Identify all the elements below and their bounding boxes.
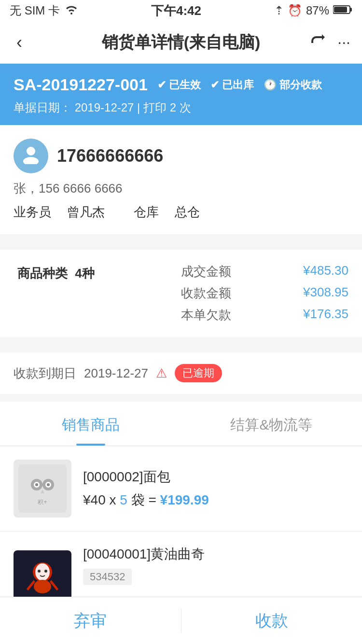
- deal-amount-row: 成交金额 ¥485.30: [181, 263, 348, 280]
- order-date: 2019-12-27: [75, 101, 134, 114]
- tabs-section: 销售商品 结算&物流等: [0, 402, 362, 446]
- deal-amount-value: ¥485.30: [303, 263, 348, 280]
- qty-1: 5: [120, 492, 127, 507]
- status-shipped-label: 已出库: [222, 78, 254, 92]
- svg-rect-6: [18, 464, 67, 513]
- clock-icon: 🕐: [264, 79, 277, 91]
- customer-header: 17666666666: [14, 139, 348, 173]
- product-item: 积+ [0000002]面包 ¥40 x 5 袋 = ¥199.99: [0, 446, 362, 532]
- more-icon[interactable]: ···: [337, 33, 350, 51]
- avatar-icon: [21, 144, 41, 168]
- customer-section: 17666666666 张，156 6666 6666 业务员 曾凡杰 仓库 总…: [0, 125, 362, 234]
- stats-section: 商品种类 4种 成交金额 ¥485.30 收款金额 ¥308.95 本单欠款 ¥…: [0, 250, 362, 337]
- order-id: SA-20191227-001: [14, 75, 148, 94]
- product-sku-2: 534532: [83, 569, 132, 585]
- multiply-1: x: [110, 492, 120, 507]
- nav-right-actions: ···: [311, 33, 350, 52]
- salesperson-label: 业务员: [14, 205, 51, 219]
- warehouse-label: 仓库: [134, 205, 159, 219]
- warehouse-value: 总仓: [175, 205, 200, 219]
- location-icon: ⇡: [274, 4, 284, 17]
- alarm-icon: ⏰: [288, 4, 302, 17]
- deal-amount-label: 成交金额: [181, 263, 231, 280]
- header-date-row: 单据日期： 2019-12-27 | 打印 2 次: [14, 100, 348, 115]
- status-active-label: 已生效: [169, 78, 201, 92]
- customer-avatar: [14, 139, 48, 173]
- product-price-1: ¥40 x 5 袋 = ¥199.99: [83, 491, 348, 509]
- status-shipped: ✔ 已出库: [210, 78, 254, 92]
- page-title: 销货单详情(来自电脑): [102, 31, 261, 54]
- check-icon-2: ✔: [210, 79, 219, 91]
- due-date-value: 2019-12-27: [84, 366, 148, 381]
- collection-label: 收款金额: [181, 285, 231, 302]
- overdue-icon: ⚠: [156, 366, 167, 381]
- svg-point-17: [35, 563, 50, 581]
- svg-point-11: [35, 483, 38, 486]
- tab-products[interactable]: 销售商品: [0, 402, 181, 446]
- product-name-1: [0000002]面包: [83, 468, 348, 486]
- svg-point-4: [27, 147, 35, 155]
- owed-row: 本单欠款 ¥176.35: [181, 307, 348, 323]
- overdue-badge: 已逾期: [175, 364, 222, 382]
- svg-point-18: [34, 580, 51, 593]
- product-info-1: [0000002]面包 ¥40 x 5 袋 = ¥199.99: [83, 468, 348, 509]
- svg-text:积+: 积+: [38, 499, 47, 505]
- kind-label: 商品种类: [17, 266, 68, 280]
- battery-text: 87%: [306, 4, 329, 17]
- due-date-label: 收款到期日: [14, 365, 76, 382]
- svg-point-5: [23, 157, 39, 164]
- svg-rect-2: [334, 7, 347, 13]
- stats-right: 成交金额 ¥485.30 收款金额 ¥308.95 本单欠款 ¥176.35: [181, 263, 348, 323]
- order-id-row: SA-20191227-001 ✔ 已生效 ✔ 已出库 🕐 部分收款: [14, 75, 348, 94]
- tab-settlement[interactable]: 结算&物流等: [181, 402, 362, 446]
- equals-1: =: [148, 492, 160, 507]
- unit-1: 袋: [131, 492, 145, 507]
- share-icon[interactable]: [311, 33, 326, 52]
- cancel-button[interactable]: 弃审: [0, 600, 181, 642]
- price-1: ¥40: [83, 492, 106, 507]
- product-kind-row: 商品种类 4种: [14, 265, 181, 282]
- time-display: 下午4:42: [151, 2, 201, 19]
- status-bar: 无 SIM 卡 下午4:42 ⇡ ⏰ 87%: [0, 0, 362, 21]
- svg-point-22: [44, 570, 47, 573]
- due-date-section: 收款到期日 2019-12-27 ⚠ 已逾期: [0, 352, 362, 394]
- check-icon-1: ✔: [157, 79, 166, 91]
- collection-value: ¥308.95: [303, 285, 348, 302]
- status-partial-label: 部分收款: [279, 78, 322, 92]
- stats-left: 商品种类 4种: [14, 263, 181, 282]
- owed-label: 本单欠款: [181, 307, 231, 323]
- signal-text: 无 SIM 卡: [10, 3, 60, 18]
- bottom-bar: 弃审 收款: [0, 597, 362, 644]
- salesperson-value: 曾凡杰: [67, 205, 105, 219]
- warehouse-info: 仓库 总仓: [134, 204, 200, 221]
- divider-2: [0, 345, 362, 352]
- customer-name-phone: 张，156 6666 6666: [14, 180, 348, 197]
- customer-id: 17666666666: [57, 146, 163, 166]
- header-banner: SA-20191227-001 ✔ 已生效 ✔ 已出库 🕐 部分收款 单据日期：…: [0, 64, 362, 125]
- battery-icon: [333, 4, 352, 17]
- status-right: ⇡ ⏰ 87%: [274, 4, 352, 17]
- svg-point-12: [47, 483, 50, 486]
- back-button[interactable]: ‹: [12, 28, 27, 57]
- status-active: ✔ 已生效: [157, 78, 201, 92]
- product-name-2: [00040001]黄油曲奇: [83, 545, 348, 563]
- svg-rect-1: [350, 8, 352, 12]
- tab-products-label: 销售商品: [62, 417, 120, 433]
- svg-point-21: [38, 570, 41, 573]
- total-1: ¥199.99: [160, 492, 209, 507]
- wifi-icon: [65, 4, 78, 17]
- divider-1: [0, 242, 362, 250]
- confirm-button[interactable]: 收款: [181, 600, 362, 642]
- status-left: 无 SIM 卡: [10, 3, 78, 18]
- product-image-1: 积+: [14, 460, 71, 518]
- collection-row: 收款金额 ¥308.95: [181, 285, 348, 302]
- salesperson-info: 业务员 曾凡杰: [14, 204, 105, 221]
- status-partial: 🕐 部分收款: [264, 78, 322, 92]
- owed-value: ¥176.35: [303, 307, 348, 323]
- kind-value: 4种: [75, 266, 94, 280]
- print-count: | 打印 2 次: [137, 101, 191, 114]
- date-label: 单据日期：: [14, 101, 71, 114]
- svg-rect-3: [311, 42, 325, 44]
- nav-bar: ‹ 销货单详情(来自电脑) ···: [0, 21, 362, 64]
- tab-settlement-label: 结算&物流等: [230, 417, 312, 433]
